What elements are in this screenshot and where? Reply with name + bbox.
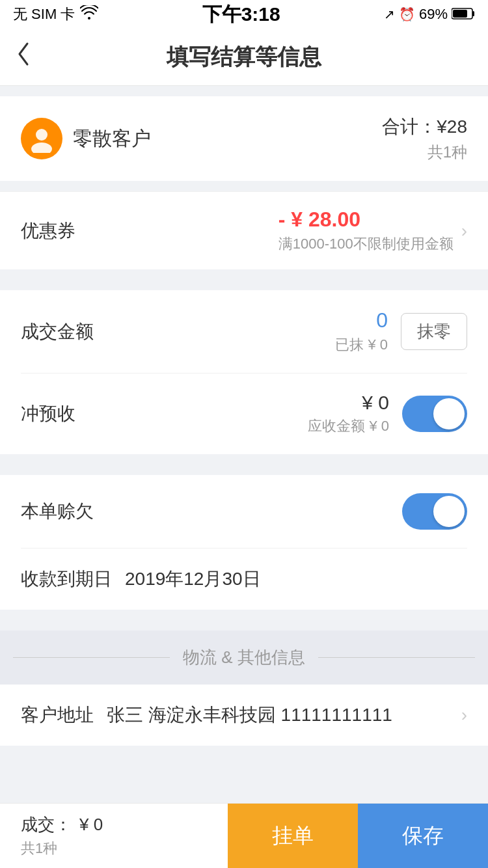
- transaction-section: 成交金额 0 已抹 ¥ 0 抹零 冲预收 ¥ 0 应收金额 ¥ 0: [0, 290, 488, 454]
- bottom-info: 成交： ¥ 0 共1种: [0, 813, 228, 858]
- address-chevron: ›: [461, 705, 467, 726]
- status-bar: 无 SIM 卡 下午3:18 ↗ ⏰ 69%: [0, 0, 488, 29]
- coupon-section: 优惠券 - ¥ 28.00 满1000-100不限制使用金额 ›: [0, 191, 488, 269]
- customer-avatar: [21, 118, 62, 159]
- alarm-icon: ⏰: [399, 7, 415, 22]
- status-bar-left: 无 SIM 卡: [13, 5, 98, 24]
- coupon-chevron: ›: [461, 221, 467, 241]
- address-section: 客户地址 张三 海淀永丰科技园 11111111111 ›: [0, 685, 488, 746]
- address-label: 客户地址: [21, 703, 94, 727]
- svg-rect-1: [472, 11, 474, 16]
- save-button[interactable]: 保存: [358, 804, 488, 869]
- transaction-amount: 0: [376, 308, 388, 332]
- coupon-label: 优惠券: [21, 219, 75, 243]
- round-zero-button[interactable]: 抹零: [401, 313, 467, 350]
- toggle-knob: [433, 398, 465, 429]
- due-date-row: 收款到期日 2019年12月30日: [21, 548, 467, 610]
- prepayment-amount: ¥ 0: [308, 392, 389, 414]
- transaction-value-group: 0 已抹 ¥ 0: [335, 308, 388, 355]
- bottom-transaction-label: 成交：: [21, 813, 72, 836]
- transaction-right: 0 已抹 ¥ 0 抹零: [335, 308, 467, 355]
- bottom-count: 共1种: [21, 839, 207, 858]
- location-icon: ↗: [384, 7, 395, 22]
- debt-toggle[interactable]: [402, 493, 467, 530]
- status-bar-right: ↗ ⏰ 69%: [384, 5, 475, 23]
- coupon-discount: - ¥ 28.00: [278, 208, 454, 232]
- svg-point-4: [31, 142, 52, 153]
- customer-total: 合计：¥28: [382, 115, 467, 139]
- customer-count: 共1种: [382, 142, 467, 163]
- customer-info: 零散客户: [21, 118, 151, 159]
- address-value: 张三 海淀永丰科技园 11111111111: [107, 703, 454, 727]
- debt-label: 本单赊欠: [21, 499, 94, 524]
- prepayment-label: 冲预收: [21, 401, 75, 426]
- bottom-transaction-amount: ¥ 0: [79, 815, 103, 835]
- due-date-value: 2019年12月30日: [125, 567, 261, 591]
- customer-right: 合计：¥28 共1种: [382, 115, 467, 163]
- transaction-row: 成交金额 0 已抹 ¥ 0 抹零: [21, 290, 467, 373]
- bottom-bar: 成交： ¥ 0 共1种 挂单 保存: [0, 803, 488, 868]
- nav-bar: 填写结算等信息: [0, 29, 488, 86]
- customer-section: 零散客户 合计：¥28 共1种: [0, 96, 488, 181]
- debt-section: 本单赊欠 收款到期日 2019年12月30日: [0, 475, 488, 610]
- wifi-icon: [80, 5, 98, 23]
- svg-point-3: [36, 129, 47, 141]
- debt-row: 本单赊欠: [21, 475, 467, 548]
- coupon-row[interactable]: 优惠券 - ¥ 28.00 满1000-100不限制使用金额 ›: [0, 191, 488, 269]
- battery-text: 69%: [419, 6, 448, 23]
- status-bar-time: 下午3:18: [202, 1, 280, 28]
- battery-icon: [452, 5, 475, 23]
- page-title: 填写结算等信息: [167, 42, 321, 72]
- prepayment-row: 冲预收 ¥ 0 应收金额 ¥ 0: [21, 373, 467, 454]
- address-row[interactable]: 客户地址 张三 海淀永丰科技园 11111111111 ›: [21, 685, 467, 746]
- logistics-divider: 物流 & 其他信息: [0, 631, 488, 685]
- coupon-value-group: - ¥ 28.00 满1000-100不限制使用金额: [278, 208, 454, 254]
- bottom-transaction: 成交： ¥ 0: [21, 813, 207, 836]
- no-sim-text: 无 SIM 卡: [13, 5, 75, 24]
- prepayment-value-group: ¥ 0 应收金额 ¥ 0: [308, 392, 389, 436]
- coupon-right: - ¥ 28.00 满1000-100不限制使用金额 ›: [278, 208, 467, 254]
- prepayment-right: ¥ 0 应收金额 ¥ 0: [308, 392, 467, 436]
- pending-button[interactable]: 挂单: [228, 804, 358, 869]
- prepayment-toggle[interactable]: [402, 396, 467, 432]
- transaction-sub: 已抹 ¥ 0: [335, 335, 388, 355]
- coupon-desc: 满1000-100不限制使用金额: [278, 234, 454, 254]
- debt-toggle-knob: [433, 496, 465, 527]
- back-button[interactable]: [16, 41, 31, 73]
- transaction-label: 成交金额: [21, 319, 94, 344]
- logistics-label: 物流 & 其他信息: [183, 646, 305, 669]
- customer-row: 零散客户 合计：¥28 共1种: [0, 96, 488, 181]
- customer-name: 零散客户: [73, 126, 151, 152]
- prepayment-sub: 应收金额 ¥ 0: [308, 416, 389, 436]
- due-date-label: 收款到期日: [21, 567, 112, 591]
- svg-rect-2: [453, 10, 467, 18]
